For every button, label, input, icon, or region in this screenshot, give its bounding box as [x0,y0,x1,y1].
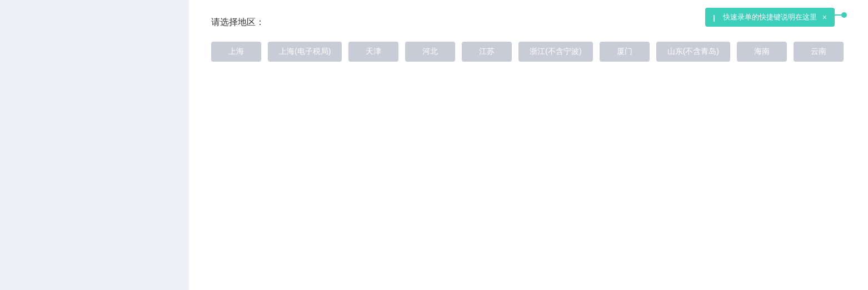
region-btn-shanghai-etax[interactable]: 上海(电子税局) [268,42,342,62]
region-btn-xiamen[interactable]: 厦门 [600,42,650,62]
region-btn-jiangsu[interactable]: 江苏 [462,42,512,62]
tooltip-close-button[interactable]: × [822,13,827,21]
main-content: 请选择地区： 上海上海(电子税局)天津河北江苏浙江(不含宁波)厦门山东(不含青岛… [189,0,868,290]
region-btn-yunnan[interactable]: 云南 [794,42,844,62]
region-btn-hebei[interactable]: 河北 [405,42,455,62]
region-btn-zhejiang[interactable]: 浙江(不含宁波) [518,42,592,62]
left-sidebar [0,0,189,290]
region-btn-shandong[interactable]: 山东(不含青岛) [656,42,730,62]
region-btn-tianjin[interactable]: 天津 [348,42,398,62]
tooltip-banner: 快速录单的快捷键说明在这里 × [705,8,835,27]
region-btn-hainan[interactable]: 海南 [737,42,787,62]
region-btn-shanghai[interactable]: 上海 [211,42,261,62]
region-buttons-container: 上海上海(电子税局)天津河北江苏浙江(不含宁波)厦门山东(不含青岛)海南云南 [211,42,846,62]
tooltip-connector-dot [841,12,847,18]
tooltip-text: 快速录单的快捷键说明在这里 [723,12,817,22]
